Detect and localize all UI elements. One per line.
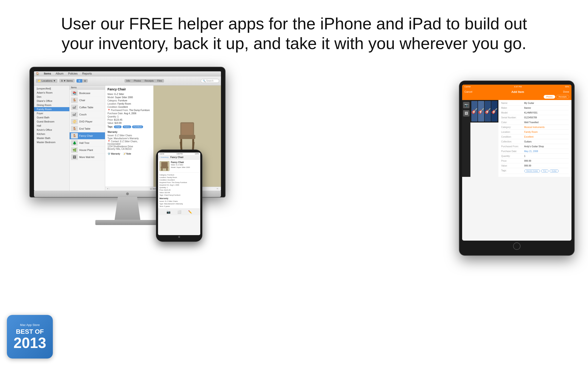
ipad-value-model[interactable]: KLHMNY001: [524, 111, 537, 114]
ipad-label-make: Make:: [501, 107, 524, 109]
iphone-back-button[interactable]: < Inventory: [159, 156, 169, 158]
iphone-home-button[interactable]: [178, 236, 180, 238]
mac-detail-receipts-tab[interactable]: Receipts: [143, 79, 156, 83]
list-item[interactable]: 🛋 Couch: [69, 111, 105, 118]
mac-search[interactable]: 🔍 Search: [201, 79, 219, 83]
ipad-value-purchase-date[interactable]: May 21, 2008: [524, 150, 538, 152]
sidebar-item-dining-room[interactable]: Dining Room: [34, 103, 69, 107]
mac-menu-album[interactable]: Album: [56, 72, 63, 75]
ipad-field-price: Price: 999.99: [501, 160, 569, 163]
mac-detail-photos-tab[interactable]: Photos: [132, 79, 143, 83]
sidebar-item-unspecified[interactable]: [unspecified]: [34, 86, 69, 91]
mac-locations-label: 📁 Locations ▼: [38, 79, 56, 82]
mac-menu-policies[interactable]: Policies: [68, 72, 78, 75]
ipad-tab-receipts[interactable]: Receipts: [556, 95, 569, 99]
badge-year: 2013: [14, 336, 46, 350]
iphone-camera-icon[interactable]: 📷: [166, 210, 170, 214]
ipad-cancel-button[interactable]: Cancel: [464, 90, 472, 93]
list-item[interactable]: 🛋 Coffee Table: [69, 104, 105, 111]
svg-rect-10: [166, 168, 167, 171]
ipad-screen: Carrier 4:47 PM 55% Cancel Add Item Done…: [462, 85, 571, 241]
sidebar-item-kitchen[interactable]: Kitchen: [34, 132, 69, 136]
sidebar-item-dianes-office[interactable]: Diane's Office: [34, 99, 69, 103]
ipad-toolbar: Cancel Add Item Done: [462, 89, 571, 95]
add-item-btn[interactable]: + -: [107, 188, 110, 190]
list-item[interactable]: 🪑 Chair: [69, 97, 105, 104]
list-item[interactable]: 🪑 End Table: [69, 125, 105, 132]
sidebar-item-family-room[interactable]: Family Room: [34, 107, 69, 111]
ipad-value-quantity[interactable]: 1: [524, 155, 526, 157]
iphone-battery: 100%: [195, 153, 199, 155]
item-name-house-plant: House Plant: [79, 149, 93, 151]
sidebar-item-den[interactable]: Den: [34, 95, 69, 99]
list-item[interactable]: 🌿 House Plant: [69, 147, 105, 154]
mac-detail-purchased-from: 📍 Purchased From: The Dump Furniture: [107, 109, 151, 111]
iphone-acquired-from: Acquired From: The Dump Furniture: [159, 181, 199, 184]
ipad-photo-2[interactable]: 🎸: [478, 101, 484, 122]
ipad-value-price[interactable]: 999.99: [524, 160, 531, 162]
ipad-value-location[interactable]: Family Room: [524, 131, 538, 133]
mac-sort-label: A ▼ Items: [61, 79, 73, 82]
ipad-photo-3[interactable]: 🎸: [485, 101, 491, 122]
ipad-photo-1[interactable]: 🎸: [471, 101, 477, 122]
ipad-field-tags: Tags: Electric Guitar Fun Guitar: [501, 169, 569, 174]
iphone-item-name: Fancy Chair: [171, 161, 190, 164]
mac-view-grid[interactable]: ⊞: [82, 79, 88, 83]
badge-top-text: Mac App Store: [20, 323, 40, 327]
sidebar-item-guest-bedroom[interactable]: Guest Bedroom: [34, 119, 69, 124]
ipad-value-make[interactable]: Ibanez: [524, 107, 531, 109]
mac-detail-value: Value: $19.99: [107, 122, 151, 124]
iphone-share-icon[interactable]: ⬜: [177, 210, 181, 214]
sidebar-item-master-bath[interactable]: Master Bath: [34, 136, 69, 140]
add-remove-btn[interactable]: + -: [216, 188, 219, 190]
ipad-camera-button[interactable]: 📷: [463, 102, 469, 108]
ipad-home-button[interactable]: [513, 242, 520, 250]
list-item[interactable]: 🪑 Fancy Chair: [69, 132, 105, 140]
mac-detail-info-tab[interactable]: Info: [124, 79, 132, 83]
mac-menu-icon[interactable]: 🏠: [36, 72, 39, 75]
mac-locations-dropdown[interactable]: 📁 Locations ▼: [36, 79, 57, 83]
iphone-edit-icon[interactable]: ✏️: [188, 210, 192, 214]
sidebar-item-kevins-office[interactable]: Kevin's Office: [34, 128, 69, 132]
sidebar-item-foyer[interactable]: Foyer: [34, 111, 69, 115]
sidebar-item-adams-room[interactable]: Adam's Room: [34, 91, 69, 95]
sidebar-item-guest-bath[interactable]: Guest Bath: [34, 115, 69, 119]
ipad-label-collection: Collection:: [501, 140, 524, 143]
note-icon[interactable]: 📝 Note: [123, 152, 131, 155]
list-item[interactable]: 🖼 More Wall Art: [69, 154, 105, 161]
iphone: Carrier 3:06 PM 100% < Inventory Fancy C…: [156, 150, 202, 242]
iphone-value: Value: $19.99: [159, 191, 199, 194]
ipad-photo-4[interactable]: 🎸: [491, 101, 498, 122]
mac-view-segment: ☰ ⊞: [77, 79, 88, 83]
ipad-value-value[interactable]: 999.99: [524, 165, 531, 167]
mac-menu-reports[interactable]: Reports: [82, 72, 92, 75]
ipad-tab-photos[interactable]: Photos: [544, 95, 555, 99]
ipad-value-serial[interactable]: 0123456789: [524, 116, 537, 119]
iphone-tags: Tags: Chair,Fancy,Furniture: [159, 194, 199, 196]
iphone-price: Price: $123.45: [159, 189, 199, 191]
mac-detail-quantity: Quantity: 1: [107, 115, 151, 118]
mac-sort-dropdown[interactable]: A ▼ Items: [59, 79, 75, 83]
ipad-value-collection[interactable]: Guitars: [524, 140, 531, 143]
mac-menu-items[interactable]: Items: [44, 72, 51, 75]
ipad-library-button[interactable]: 🖼: [463, 110, 469, 117]
iphone-field-make: Make: E-Z Sitter: [171, 164, 190, 166]
ipad-value-name[interactable]: My Guitar: [524, 102, 534, 104]
sidebar-item-hall[interactable]: Hall: [34, 124, 69, 128]
mac-view-list[interactable]: ☰: [77, 79, 82, 83]
list-item[interactable]: 🌲 Hall Tree: [69, 140, 105, 147]
mac-warranty-issuer: Issuer: E-Z Sitter Chairs: [107, 134, 151, 137]
ipad-content: 📷 🖼 🎸 🎸 🎸 🎸: [462, 100, 571, 177]
items-count-label: Items: [71, 86, 77, 89]
ipad-value-purchased-from[interactable]: Andy's Guitar Shop: [524, 145, 544, 148]
ipad-value-color[interactable]: Well Travelled: [524, 121, 539, 124]
list-item[interactable]: 📀 DVD Player: [69, 118, 105, 125]
item-name-end-table: End Table: [79, 127, 90, 130]
ipad-value-category[interactable]: Musical Instruments: [524, 126, 545, 128]
mac-detail-files-tab[interactable]: Files: [156, 79, 164, 83]
warranty-icon[interactable]: 🛡️ Warranty: [107, 152, 120, 155]
ipad-done-button[interactable]: Done: [563, 90, 569, 93]
sidebar-item-master-bedroom[interactable]: Master Bedroom: [34, 140, 69, 144]
ipad-value-condition[interactable]: Excellent: [524, 135, 534, 138]
list-item[interactable]: 📚 Bookcase: [69, 90, 105, 97]
